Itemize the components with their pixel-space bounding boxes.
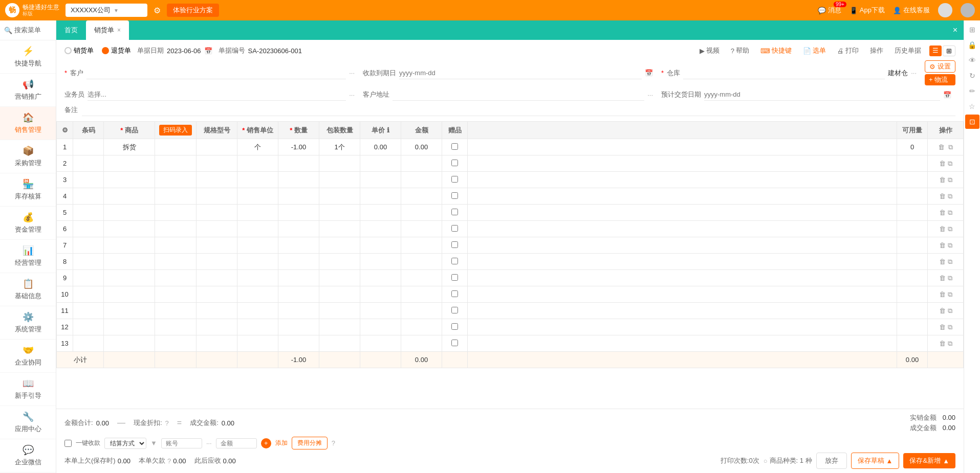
delete-icon[interactable]: 🗑 bbox=[939, 225, 946, 233]
delete-icon[interactable]: 🗑 bbox=[939, 258, 946, 265]
tab-bar-close-icon[interactable]: × bbox=[947, 26, 964, 35]
gift-checkbox[interactable] bbox=[451, 307, 458, 313]
toolbar-print[interactable]: 🖨 打印 bbox=[834, 45, 862, 56]
copy-icon[interactable]: ⧉ bbox=[948, 290, 952, 298]
account-dots[interactable]: ··· bbox=[206, 439, 212, 447]
gift-checkbox[interactable] bbox=[451, 274, 458, 281]
amount-input[interactable] bbox=[216, 438, 257, 448]
sidebar-item-system[interactable]: ⚙️ 系统管理 bbox=[0, 306, 56, 340]
save-new-button[interactable]: 保存&新增 ▲ bbox=[903, 453, 955, 468]
toolbar-select[interactable]: 📄 选单 bbox=[800, 45, 829, 56]
rs-edit-icon[interactable]: ✏ bbox=[965, 84, 979, 98]
gift-checkbox[interactable] bbox=[451, 241, 458, 248]
rs-orange-icon[interactable]: ⊡ bbox=[965, 115, 979, 129]
rs-eye-icon[interactable]: 👁 bbox=[965, 53, 979, 67]
row-spec[interactable] bbox=[197, 139, 237, 155]
account-input[interactable] bbox=[161, 438, 202, 448]
copy-icon[interactable]: ⧉ bbox=[948, 143, 953, 151]
gift-checkbox[interactable] bbox=[451, 209, 458, 215]
rs-layout-icon[interactable]: ⊞ bbox=[965, 22, 979, 37]
settlement-chevron-icon[interactable]: ▼ bbox=[150, 439, 157, 447]
gift-checkbox[interactable] bbox=[451, 225, 458, 232]
warehouse-input[interactable] bbox=[683, 67, 885, 79]
scan-button[interactable]: 扫码录入 bbox=[159, 125, 192, 136]
copy-icon[interactable]: ⧉ bbox=[948, 209, 952, 216]
sidebar-item-operations[interactable]: 📊 经营管理 bbox=[0, 240, 56, 273]
expected-calendar-icon[interactable]: 📅 bbox=[943, 91, 951, 99]
delete-icon[interactable]: 🗑 bbox=[938, 143, 945, 151]
rs-lock-icon[interactable]: 🔒 bbox=[965, 38, 979, 52]
toolbar-video[interactable]: ▶ 视频 bbox=[696, 45, 723, 56]
row-notes[interactable] bbox=[468, 139, 897, 155]
sidebar-item-sales[interactable]: 🏠 销售管理 bbox=[0, 107, 56, 140]
toolbar-operation[interactable]: 操作 bbox=[867, 45, 886, 56]
copy-icon[interactable]: ⧉ bbox=[948, 274, 952, 282]
delete-icon[interactable]: 🗑 bbox=[939, 274, 946, 282]
date-calendar-icon[interactable]: 📅 bbox=[204, 47, 212, 55]
sidebar-item-basic-info[interactable]: 📋 基础信息 bbox=[0, 273, 56, 306]
copy-icon[interactable]: ⧉ bbox=[948, 192, 952, 200]
fee-split-button[interactable]: 费用分摊 bbox=[292, 437, 328, 449]
sidebar-item-app-center[interactable]: 🔧 应用中心 bbox=[0, 406, 56, 439]
sidebar-search[interactable]: 🔍 搜索菜单 bbox=[0, 20, 56, 40]
rs-refresh-icon[interactable]: ↻ bbox=[965, 69, 979, 83]
sidebar-item-finance[interactable]: 💰 资金管理 bbox=[0, 207, 56, 240]
tab-sales-order[interactable]: 销货单 × bbox=[86, 20, 129, 40]
one-click-payment-checkbox[interactable] bbox=[64, 440, 72, 447]
sidebar-item-marketing[interactable]: 📢 营销推广 bbox=[0, 74, 56, 107]
row-amount[interactable]: 0.00 bbox=[401, 139, 442, 155]
copy-icon[interactable]: ⧉ bbox=[948, 241, 952, 249]
app-download-button[interactable]: 📱 App下载 bbox=[850, 6, 885, 15]
delete-icon[interactable]: 🗑 bbox=[939, 241, 946, 249]
add-payment-button[interactable]: + bbox=[261, 438, 271, 448]
customer-addr-input[interactable] bbox=[393, 88, 644, 101]
copy-icon[interactable]: ⧉ bbox=[948, 160, 952, 167]
abandon-button[interactable]: 放弃 bbox=[816, 453, 847, 469]
toolbar-shortcut[interactable]: ⌨ 快捷键 bbox=[757, 45, 795, 56]
delete-icon[interactable]: 🗑 bbox=[939, 323, 946, 331]
sidebar-item-quick-nav[interactable]: ⚡ 快捷导航 bbox=[0, 40, 56, 74]
customer-dots[interactable]: ··· bbox=[349, 69, 355, 77]
row-gift[interactable] bbox=[442, 139, 468, 155]
trial-button[interactable]: 体验行业方案 bbox=[167, 4, 219, 17]
message-button[interactable]: 💬 消息 99+ bbox=[818, 6, 841, 15]
delete-icon[interactable]: 🗑 bbox=[939, 307, 946, 314]
gift-checkbox[interactable] bbox=[451, 192, 458, 199]
row-unit-price[interactable]: 0.00 bbox=[360, 139, 401, 155]
row-pack-qty[interactable]: 1个 bbox=[319, 139, 360, 155]
gift-checkbox[interactable] bbox=[451, 143, 458, 150]
view-list-icon[interactable]: ☰ bbox=[929, 46, 942, 56]
expected-date-input[interactable] bbox=[704, 88, 940, 101]
warehouse-dots[interactable]: ··· bbox=[911, 69, 917, 77]
salesperson-dots[interactable]: ··· bbox=[349, 91, 355, 99]
copy-icon[interactable]: ⧉ bbox=[948, 225, 952, 233]
fee-help-icon[interactable]: ? bbox=[332, 439, 335, 447]
toolbar-history[interactable]: 历史单据 bbox=[891, 45, 924, 56]
sidebar-item-wechat[interactable]: 💬 企业微信 bbox=[0, 439, 56, 472]
settlement-method-select[interactable]: 结算方式 bbox=[104, 438, 146, 449]
gift-checkbox[interactable] bbox=[451, 323, 458, 330]
tab-home[interactable]: 首页 bbox=[56, 20, 86, 40]
gift-checkbox[interactable] bbox=[451, 290, 458, 297]
row-product[interactable]: 拆货 bbox=[104, 139, 155, 155]
salesperson-input[interactable] bbox=[88, 88, 346, 101]
gift-checkbox[interactable] bbox=[451, 258, 458, 264]
radio-return[interactable]: 退货单 bbox=[102, 46, 131, 55]
customer-addr-dots[interactable]: ··· bbox=[647, 91, 653, 99]
delete-icon[interactable]: 🗑 bbox=[939, 192, 946, 200]
row-barcode[interactable] bbox=[73, 139, 104, 155]
view-grid-icon[interactable]: ⊞ bbox=[943, 46, 955, 56]
company-selector[interactable]: XXXXXX公司 ▼ bbox=[66, 4, 147, 17]
copy-icon[interactable]: ⧉ bbox=[948, 340, 952, 347]
delete-icon[interactable]: 🗑 bbox=[939, 340, 946, 347]
payment-calendar-icon[interactable]: 📅 bbox=[645, 69, 653, 77]
tab-close-icon[interactable]: × bbox=[117, 27, 121, 34]
delete-icon[interactable]: 🗑 bbox=[939, 209, 946, 216]
sidebar-item-inventory[interactable]: 🏪 库存核算 bbox=[0, 173, 56, 207]
cash-discount-help-icon[interactable]: ? bbox=[165, 419, 169, 427]
row-quantity[interactable]: -1.00 bbox=[278, 139, 319, 155]
row-unit[interactable]: 个 bbox=[237, 139, 278, 155]
copy-icon[interactable]: ⧉ bbox=[948, 258, 952, 265]
deficit-help-icon[interactable]: ? bbox=[167, 457, 171, 465]
online-service-button[interactable]: 👤 在线客服 bbox=[893, 6, 930, 15]
